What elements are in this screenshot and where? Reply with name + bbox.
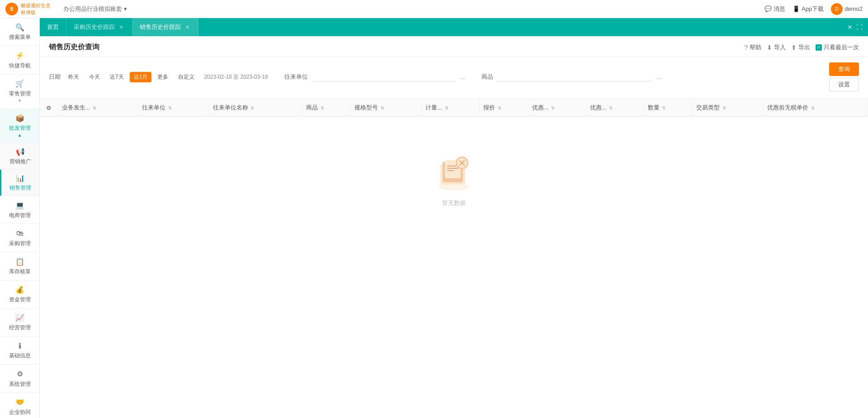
user-menu[interactable]: D demo2 bbox=[831, 3, 863, 15]
sidebar-item-wholesale-mgmt[interactable]: 📦 批发管理 ▲ bbox=[0, 109, 39, 143]
svg-rect-8 bbox=[447, 166, 456, 166]
date-filter: 日期 昨天 今天 近7天 近1月 更多 自定义 2023-02-18 至 202… bbox=[49, 72, 268, 82]
tab-sales-history[interactable]: 销售历史价跟踪 ✕ bbox=[132, 18, 198, 36]
col-discount1[interactable]: 优惠... ⇅ bbox=[528, 99, 586, 117]
sort-icon: ⇅ bbox=[93, 105, 96, 110]
col-partner-name[interactable]: 往来单位名称 ⇅ bbox=[209, 99, 302, 117]
dropdown-icon: ▾ bbox=[124, 5, 127, 12]
ops-icon: 📈 bbox=[15, 313, 24, 323]
top-bar-left: 6 畅捷通好生意 标准版 办公用品行业模拟账套 ▾ bbox=[5, 2, 127, 15]
date-btn-yesterday[interactable]: 昨天 bbox=[64, 72, 83, 82]
message-icon: 💬 bbox=[764, 5, 772, 12]
svg-rect-9 bbox=[447, 168, 458, 169]
col-spec[interactable]: 规格型号 ⇅ bbox=[351, 99, 422, 117]
sort-icon: ⇅ bbox=[445, 105, 448, 110]
top-bar: 6 畅捷通好生意 标准版 办公用品行业模拟账套 ▾ 💬 消息 📱 App下载 D… bbox=[0, 0, 868, 18]
partner-label: 往来单位 bbox=[284, 73, 308, 81]
sidebar-item-purchase[interactable]: 🛍 采购管理 bbox=[0, 224, 39, 252]
sort-icon: ⇅ bbox=[551, 105, 555, 110]
help-btn[interactable]: ? 帮助 bbox=[744, 43, 761, 52]
col-product[interactable]: 商品 ⇅ bbox=[302, 99, 350, 117]
col-settings[interactable]: ⚙ bbox=[40, 99, 58, 117]
settings-icon: ⚙ bbox=[46, 104, 52, 111]
tab-close-all-icon[interactable]: ✕ bbox=[847, 24, 853, 31]
sidebar-item-ecommerce[interactable]: 💻 电商管理 bbox=[0, 196, 39, 224]
date-btn-last7[interactable]: 近7天 bbox=[106, 72, 128, 82]
partner-dots[interactable]: ... bbox=[459, 73, 465, 81]
sort-icon: ⇅ bbox=[811, 105, 815, 110]
date-btn-last1month[interactable]: 近1月 bbox=[130, 72, 152, 82]
product-filter: 商品 ... bbox=[481, 72, 662, 81]
empty-text: 暂无数据 bbox=[442, 199, 466, 207]
chevron-up-icon: ▲ bbox=[18, 132, 22, 138]
import-btn[interactable]: ⬇ 导入 bbox=[767, 43, 786, 52]
product-input[interactable] bbox=[497, 72, 653, 81]
tab-close-purchase[interactable]: ✕ bbox=[118, 24, 125, 31]
tab-maximize-icon[interactable]: ⛶ bbox=[856, 24, 863, 31]
col-partner-code[interactable]: 往来单位 ⇅ bbox=[138, 99, 209, 117]
setting-button[interactable]: 设置 bbox=[829, 78, 859, 91]
message-btn[interactable]: 💬 消息 bbox=[764, 5, 785, 13]
date-btn-more[interactable]: 更多 bbox=[153, 72, 172, 82]
sidebar-item-search-menu[interactable]: 🔍 搜索菜单 bbox=[0, 18, 39, 46]
app-download-btn[interactable]: 📱 App下载 bbox=[793, 5, 824, 13]
svg-rect-10 bbox=[447, 170, 454, 171]
only-last-checkbox[interactable]: ✓ 只看最后一次 bbox=[816, 43, 859, 52]
date-btn-custom[interactable]: 自定义 bbox=[174, 72, 198, 82]
sidebar-item-enterprise-collab[interactable]: 🤝 企业协同 bbox=[0, 393, 39, 418]
content-inner: 销售历史价查询 ? 帮助 ⬇ 导入 ⬆ 导出 bbox=[40, 36, 868, 418]
col-quantity[interactable]: 数量 ⇅ bbox=[644, 99, 692, 117]
product-dots[interactable]: ... bbox=[656, 73, 662, 81]
box-icon: 📦 bbox=[15, 114, 24, 124]
tab-bar-actions: ✕ ⛶ bbox=[847, 24, 868, 31]
sidebar-item-marketing[interactable]: 📢 营销推广 bbox=[0, 143, 39, 170]
purchase-icon: 🛍 bbox=[16, 228, 24, 238]
sidebar-item-quick-nav[interactable]: ⚡ 快捷导航 bbox=[0, 46, 39, 74]
sidebar-item-finance[interactable]: 💰 资金管理 bbox=[0, 280, 39, 309]
partner-input[interactable] bbox=[311, 72, 456, 81]
sidebar-item-retail-mgmt[interactable]: 🛒 零售管理 ▼ bbox=[0, 74, 39, 109]
date-label: 日期 bbox=[49, 73, 61, 81]
filter-section: 日期 昨天 今天 近7天 近1月 更多 自定义 2023-02-18 至 202… bbox=[40, 57, 868, 99]
sort-icon: ⇅ bbox=[321, 105, 324, 110]
sort-icon: ⇅ bbox=[609, 105, 613, 110]
sidebar-item-sales-mgmt[interactable]: 📊 销售管理 bbox=[0, 170, 39, 196]
col-biz-date[interactable]: 业务发生... ⇅ bbox=[58, 99, 138, 117]
filter-row-1: 日期 昨天 今天 近7天 近1月 更多 自定义 2023-02-18 至 202… bbox=[49, 62, 859, 91]
col-pretax-price[interactable]: 优惠前无税单价 ⇅ bbox=[764, 99, 868, 117]
query-button[interactable]: 查询 bbox=[829, 62, 859, 76]
date-btn-today[interactable]: 今天 bbox=[85, 72, 104, 82]
page-title: 销售历史价查询 bbox=[49, 43, 99, 52]
sidebar-item-ops[interactable]: 📈 经营管理 bbox=[0, 309, 39, 337]
date-range: 2023-02-18 至 2023-03-18 bbox=[204, 73, 268, 81]
col-discount2[interactable]: 优惠... ⇅ bbox=[586, 99, 644, 117]
tab-purchase-history[interactable]: 采购历史价跟踪 ✕ bbox=[66, 18, 132, 36]
table-header-row: ⚙ 业务发生... ⇅ 往来单位 ⇅ bbox=[40, 99, 868, 117]
top-bar-right: 💬 消息 📱 App下载 D demo2 bbox=[764, 3, 863, 15]
col-trade-type[interactable]: 交易类型 ⇅ bbox=[693, 99, 764, 117]
export-btn[interactable]: ⬆ 导出 bbox=[791, 43, 810, 52]
content-area: 销售历史价查询 ? 帮助 ⬇ 导入 ⬆ 导出 bbox=[40, 36, 868, 418]
col-unit[interactable]: 计量... ⇅ bbox=[422, 99, 480, 117]
sort-icon: ⇅ bbox=[168, 105, 172, 110]
app-title[interactable]: 办公用品行业模拟账套 ▾ bbox=[63, 5, 127, 13]
tab-home[interactable]: 首页 bbox=[40, 18, 66, 36]
col-quote[interactable]: 报价 ⇅ bbox=[480, 99, 528, 117]
page-header-actions: ? 帮助 ⬇ 导入 ⬆ 导出 ✓ 只看最后一次 bbox=[744, 43, 859, 52]
sort-icon: ⇅ bbox=[381, 105, 384, 110]
sidebar-item-inventory[interactable]: 📋 库存核算 bbox=[0, 252, 39, 280]
search-icon: 🔍 bbox=[15, 23, 24, 33]
sidebar-item-basic-info[interactable]: ℹ 基础信息 bbox=[0, 337, 39, 365]
help-icon: ? bbox=[744, 44, 748, 51]
sidebar: 🔍 搜索菜单 ⚡ 快捷导航 🛒 零售管理 ▼ 📦 批发管理 ▲ 📢 营销推广 📊… bbox=[0, 18, 40, 418]
logo-area: 6 畅捷通好生意 标准版 bbox=[5, 2, 51, 15]
cart-icon: 🛒 bbox=[15, 79, 24, 89]
inventory-icon: 📋 bbox=[15, 257, 24, 267]
sidebar-item-system[interactable]: ⚙ 系统管理 bbox=[0, 365, 39, 393]
sort-icon: ⇅ bbox=[250, 105, 254, 110]
sort-icon: ⇅ bbox=[662, 105, 665, 110]
date-options: 昨天 今天 近7天 近1月 更多 自定义 bbox=[64, 72, 198, 82]
avatar: D bbox=[831, 3, 843, 15]
sort-icon: ⇅ bbox=[498, 105, 501, 110]
tab-close-sales[interactable]: ✕ bbox=[184, 24, 191, 31]
